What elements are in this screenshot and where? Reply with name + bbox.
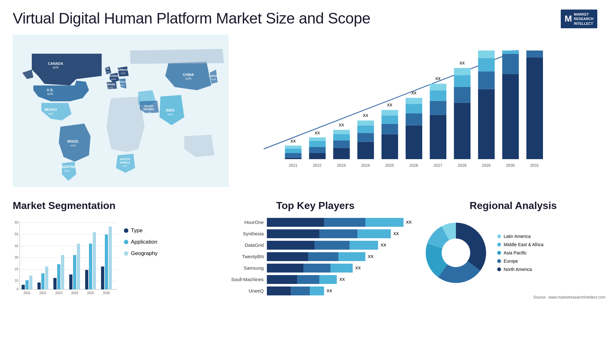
svg-rect-135	[93, 232, 96, 289]
svg-text:2022: 2022	[39, 291, 47, 295]
player-name-soull: Soull-Machines	[219, 277, 264, 282]
logo-letter: M	[565, 14, 572, 24]
svg-text:SAUDI: SAUDI	[144, 104, 153, 108]
svg-rect-42	[309, 147, 326, 153]
legend-geography: Geography	[124, 250, 158, 257]
logo-area: M MARKET RESEARCH INTELLECT	[561, 10, 597, 28]
dot-latin-america	[497, 234, 501, 238]
svg-rect-68	[406, 98, 422, 104]
svg-text:SOUTH: SOUTH	[120, 158, 130, 161]
svg-rect-41	[309, 153, 326, 159]
player-name-datagrid: DataGrid	[219, 242, 264, 248]
svg-rect-122	[41, 273, 44, 289]
svg-text:xx%: xx%	[105, 71, 109, 73]
svg-text:U.S.: U.S.	[47, 88, 53, 92]
label-latin-america: Latin America	[504, 234, 531, 239]
player-name-samsung: Samsung	[219, 265, 264, 271]
svg-rect-90	[502, 54, 519, 74]
svg-rect-138	[105, 234, 108, 289]
label-north-america: North America	[504, 267, 532, 272]
svg-text:CANADA: CANADA	[48, 62, 63, 65]
regional-legend: Latin America Middle East & Africa Asia …	[497, 234, 543, 272]
svg-rect-65	[406, 125, 422, 159]
dot-europe	[497, 259, 501, 263]
legend-label-application: Application	[131, 239, 157, 245]
svg-text:2027: 2027	[434, 163, 443, 168]
player-xx-hourone: XX	[406, 220, 411, 225]
svg-text:xx%: xx%	[108, 86, 113, 89]
svg-rect-80	[454, 68, 471, 75]
svg-text:2026: 2026	[410, 163, 418, 168]
svg-rect-89	[502, 74, 519, 159]
svg-text:0: 0	[17, 287, 18, 291]
svg-rect-60	[382, 124, 398, 134]
svg-rect-91	[502, 51, 519, 54]
svg-text:ITALY: ITALY	[119, 80, 126, 84]
svg-rect-131	[77, 244, 80, 289]
segmentation-title: Market Segmentation	[13, 200, 210, 212]
svg-rect-127	[61, 255, 64, 289]
svg-rect-78	[454, 87, 471, 103]
svg-rect-125	[53, 278, 57, 289]
svg-text:2023: 2023	[337, 163, 346, 168]
svg-rect-71	[430, 115, 446, 159]
player-xx-soull: XX	[339, 277, 345, 282]
svg-rect-55	[357, 125, 374, 133]
player-xx-samsung: XX	[355, 266, 361, 270]
regional-container: Latin America Middle East & Africa Asia …	[421, 218, 605, 288]
svg-rect-47	[333, 148, 350, 159]
svg-rect-35	[285, 158, 302, 159]
svg-rect-83	[478, 89, 495, 159]
svg-text:2031: 2031	[530, 163, 539, 168]
svg-text:20: 20	[15, 267, 18, 271]
player-row-samsung: Samsung XX	[219, 264, 411, 273]
svg-rect-86	[478, 51, 495, 58]
svg-text:2026: 2026	[103, 291, 110, 295]
svg-rect-38	[285, 145, 302, 149]
svg-text:2028: 2028	[458, 163, 467, 168]
page-title: Virtual Digital Human Platform Market Si…	[13, 10, 370, 27]
players-title: Top Key Players	[219, 200, 411, 212]
svg-rect-79	[454, 75, 471, 87]
svg-text:30: 30	[15, 255, 18, 259]
source-text: Source : www.marketresearchintellect.com	[533, 295, 606, 300]
svg-rect-62	[382, 110, 398, 115]
svg-text:AFRICA: AFRICA	[119, 161, 130, 164]
svg-text:XX: XX	[339, 123, 344, 127]
svg-text:xx%: xx%	[48, 112, 53, 115]
svg-text:xx%: xx%	[53, 66, 59, 69]
svg-rect-49	[333, 134, 350, 140]
svg-rect-73	[430, 90, 446, 101]
svg-rect-139	[109, 226, 112, 289]
legend-north-america: North America	[497, 267, 543, 272]
player-row-synthesia: Synthesia XX	[219, 229, 411, 238]
player-xx-twentybn: XX	[368, 254, 373, 259]
svg-text:CHINA: CHINA	[183, 73, 194, 77]
svg-text:2022: 2022	[313, 163, 322, 168]
svg-rect-44	[309, 137, 326, 141]
svg-rect-121	[37, 282, 41, 289]
svg-text:xx%: xx%	[64, 169, 69, 172]
svg-rect-130	[73, 255, 76, 289]
svg-text:10: 10	[15, 279, 18, 282]
svg-text:2025: 2025	[385, 163, 394, 168]
svg-text:GERMANY: GERMANY	[116, 68, 130, 71]
svg-text:XX: XX	[315, 131, 320, 135]
world-map-section: CANADA xx% U.S. xx% MEXICO xx% BRAZIL xx…	[13, 35, 229, 193]
svg-text:XX: XX	[290, 139, 296, 144]
player-row-uneeq: UneeQ XX	[219, 286, 411, 295]
legend-dot-application	[124, 240, 128, 244]
svg-rect-84	[478, 71, 495, 89]
svg-text:INDIA: INDIA	[166, 109, 174, 112]
dot-asia-pacific	[497, 251, 501, 255]
player-name-hourone: HourOne	[219, 219, 264, 225]
svg-rect-36	[285, 153, 302, 158]
legend-europe: Europe	[497, 259, 543, 264]
svg-text:xx%: xx%	[146, 111, 151, 114]
svg-text:JAPAN: JAPAN	[209, 74, 218, 78]
segmentation-chart-svg: 60 50 40 30 20 10 0	[13, 218, 121, 300]
svg-rect-95	[526, 57, 543, 159]
player-row-twentybn: TwentyBN XX	[219, 252, 411, 261]
label-middle-east: Middle East & Africa	[504, 242, 543, 247]
svg-rect-126	[57, 264, 60, 289]
